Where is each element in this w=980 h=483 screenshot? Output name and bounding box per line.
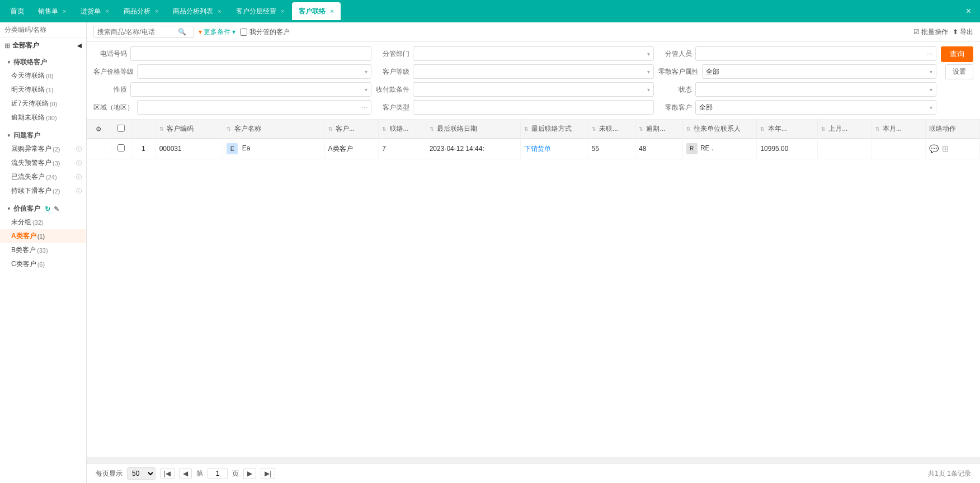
filter-icon: ▾ — [199, 28, 202, 36]
th-this-year: ⇅ 本年... — [757, 120, 818, 139]
export-btn[interactable]: ⬆ 导出 — [953, 27, 973, 37]
row-overdue: 48 — [635, 139, 683, 159]
close-purchase-tab[interactable]: × — [105, 8, 109, 15]
sidebar-item-7days[interactable]: 近7天待联络 (0) — [0, 97, 86, 111]
person-input[interactable]: ··· — [695, 46, 936, 61]
my-customer-checkbox[interactable] — [240, 29, 247, 36]
row-name: E Ea — [223, 139, 324, 159]
prev-page-btn[interactable]: ◀ — [179, 468, 192, 479]
sidebar-item-tomorrow[interactable]: 明天待联络 (1) — [0, 83, 86, 97]
dept-input[interactable]: ▾ — [413, 46, 654, 61]
batch-icon: ☑ — [913, 28, 920, 36]
batch-op-btn[interactable]: ☑ 批量操作 — [913, 27, 948, 37]
nav-tab-customer-contact[interactable]: 客户联络 × — [292, 2, 340, 20]
sidebar-item-class-b[interactable]: B类客户 (33) — [0, 243, 86, 257]
sidebar-item-class-c[interactable]: C类客户 (6) — [0, 257, 86, 271]
section-value-customers: ▼ 价值客户 ↻ ✎ 未分组 (32) A类客户 (1) B类客户 (33) C… — [0, 200, 86, 273]
customer-type-input[interactable] — [413, 100, 654, 115]
sidebar-item-overdue[interactable]: 逾期未联络 (30) — [0, 111, 86, 125]
th-not-contacted: ⇅ 未联... — [588, 120, 635, 139]
customer-level-input[interactable]: ▾ — [413, 64, 654, 79]
phone-input[interactable] — [130, 46, 371, 61]
per-page-select[interactable]: 10 20 50 100 — [127, 467, 156, 480]
retail-attr-input[interactable]: 全部▾ — [702, 64, 936, 79]
section-pending-contact-title[interactable]: ▼ 待联络客户 — [0, 56, 86, 69]
first-page-btn[interactable]: |◀ — [160, 468, 175, 479]
sort-icon-person[interactable]: ⇅ — [686, 126, 691, 132]
action-icons: 💬 ⊞ — [929, 144, 976, 153]
close-analysis-list-tab[interactable]: × — [218, 8, 221, 15]
sort-icon-notcontact[interactable]: ⇅ — [592, 126, 596, 132]
sidebar-item-today[interactable]: 今天待联络 (0) — [0, 69, 86, 83]
qr-icon[interactable]: ⊞ — [942, 144, 949, 153]
gear-icon[interactable]: ⚙ — [96, 125, 102, 133]
filter-action-buttons: 查询 设置 — [941, 46, 973, 79]
price-level-input[interactable]: ▾ — [137, 64, 371, 79]
th-name: ⇅ 客户名称 — [223, 120, 324, 139]
chat-icon[interactable]: 💬 — [929, 144, 939, 153]
close-customer-contact-tab[interactable]: × — [330, 8, 333, 15]
sort-icon-code[interactable]: ⇅ — [159, 126, 164, 132]
sort-icon-thismonth[interactable]: ⇅ — [875, 126, 880, 132]
close-sales-tab[interactable]: × — [63, 8, 66, 15]
last-page-btn[interactable]: ▶| — [261, 468, 275, 479]
sort-icon-date[interactable]: ⇅ — [430, 126, 434, 132]
sidebar-item-repurchase-abnormal[interactable]: 回购异常客户 (2) ⓘ — [0, 142, 86, 156]
sort-icon-lastmonth[interactable]: ⇅ — [821, 126, 826, 132]
sort-icon-method[interactable]: ⇅ — [524, 126, 529, 132]
filter-price-level: 客户价格等级 ▾ — [93, 64, 371, 79]
close-all-tabs[interactable]: × — [962, 6, 976, 16]
filter-search-input[interactable] — [97, 28, 176, 36]
refresh-icon[interactable]: ↻ — [45, 205, 50, 213]
query-button[interactable]: 查询 — [941, 46, 973, 62]
sidebar-all-customers[interactable]: ⊞ 全部客户 ◀ — [0, 37, 86, 54]
row-customer-type: A类客户 — [324, 139, 379, 159]
page-input[interactable] — [208, 468, 228, 479]
nav-tab-customer-mgmt[interactable]: 客户分层经营 × — [229, 2, 291, 20]
next-page-btn[interactable]: ▶ — [243, 468, 256, 479]
sidebar-item-unclassified[interactable]: 未分组 (32) — [0, 215, 86, 229]
person-avatar: R — [686, 143, 698, 154]
sidebar-item-churn-warning[interactable]: 流失预警客户 (3) ⓘ — [0, 156, 86, 170]
info-icon2: ⓘ — [76, 159, 82, 167]
sidebar-item-class-a[interactable]: A类客户 (1) — [0, 229, 86, 243]
arrow-icon3: ▼ — [7, 206, 11, 211]
retail-customer-input[interactable]: 全部▾ — [695, 100, 936, 115]
nav-tab-analysis-list[interactable]: 商品分析列表 × — [166, 2, 228, 20]
region-input[interactable]: ··· — [137, 100, 371, 115]
row-this-year: 10995.00 — [757, 139, 818, 159]
close-analysis-tab[interactable]: × — [155, 8, 158, 15]
settings-button[interactable]: 设置 — [945, 64, 973, 79]
sort-icon-overdue[interactable]: ⇅ — [639, 126, 643, 132]
section-value-title[interactable]: ▼ 价值客户 ↻ ✎ — [0, 202, 86, 215]
sort-icon-contact[interactable]: ⇅ — [382, 126, 387, 132]
section-problem-title[interactable]: ▼ 问题客户 — [0, 129, 86, 142]
filter-search-box: 🔍 — [93, 26, 194, 38]
filter-row-1: 电话号码 分管部门 ▾ 分管人员 ··· — [93, 46, 936, 61]
sort-icon-name[interactable]: ⇅ — [227, 126, 231, 132]
nav-home[interactable]: 首页 — [4, 6, 30, 16]
filter-row-4: 区域（地区） ··· 客户类型 零散客户 — [93, 100, 936, 115]
table-footer: 每页显示 10 20 50 100 |◀ ◀ 第 页 ▶ ▶| 共1页 1条记录 — [87, 463, 980, 483]
nature-input[interactable]: ▾ — [130, 82, 371, 97]
horizontal-scrollbar[interactable] — [87, 457, 980, 463]
sidebar-search-input[interactable] — [4, 26, 87, 34]
sort-icon-thisyear[interactable]: ⇅ — [760, 126, 765, 132]
last-contact-link[interactable]: 下销货单 — [524, 145, 551, 153]
select-all-checkbox[interactable] — [117, 125, 125, 132]
nav-tab-sales[interactable]: 销售单 × — [31, 2, 73, 20]
status-input[interactable]: ▾ — [695, 82, 936, 97]
sidebar-item-churned[interactable]: 已流失客户 (24) ⓘ — [0, 170, 86, 184]
payment-input[interactable]: ▾ — [413, 82, 654, 97]
filter-bar: 🔍 ▾ 更多条件 ▾ 我分管的客户 ☑ 批量操作 ⬆ 导出 — [87, 22, 980, 42]
sidebar-item-declining[interactable]: 持续下滑客户 (2) ⓘ — [0, 184, 86, 198]
sort-icon-type[interactable]: ⇅ — [328, 126, 333, 132]
edit-icon[interactable]: ✎ — [54, 205, 59, 213]
nav-tab-analysis[interactable]: 商品分析 × — [117, 2, 165, 20]
customer-table: ⚙ ⇅ 客户编码 ⇅ 客户名称 — [87, 120, 980, 159]
row-checkbox[interactable] — [117, 144, 125, 151]
close-customer-mgmt-tab[interactable]: × — [281, 8, 284, 15]
nav-tab-purchase[interactable]: 进货单 × — [74, 2, 115, 20]
table-area: ⚙ ⇅ 客户编码 ⇅ 客户名称 — [87, 120, 980, 457]
filter-more-btn[interactable]: ▾ 更多条件 ▾ — [199, 27, 235, 37]
